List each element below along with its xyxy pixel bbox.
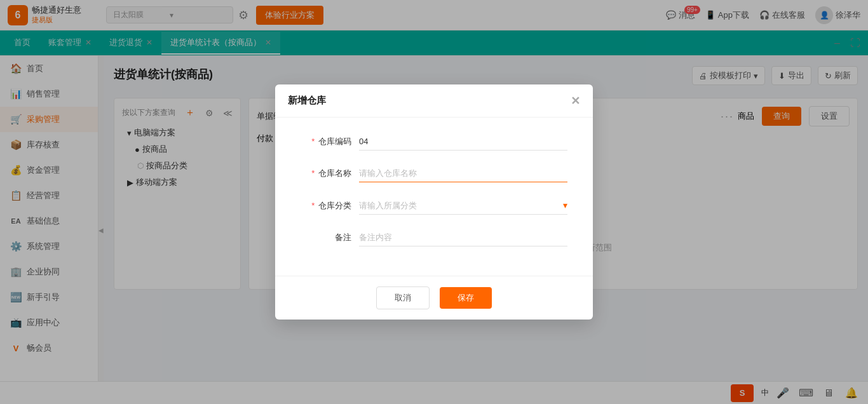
modal-overlay[interactable]: 新增仓库 ✕ * 仓库编码 * 仓库名称 — [0, 0, 868, 404]
category-label: * 仓库分类 — [301, 200, 351, 212]
category-select[interactable]: 请输入所属分类 — [359, 201, 563, 210]
modal-body: * 仓库编码 * 仓库名称 * 仓库分类 — [275, 118, 593, 276]
note-input[interactable] — [359, 229, 567, 246]
required-star-name: * — [311, 168, 315, 178]
save-button[interactable]: 保存 — [440, 287, 492, 309]
modal-footer: 取消 保存 — [275, 276, 593, 320]
code-label: * 仓库编码 — [301, 136, 351, 147]
category-chevron-icon: ▾ — [563, 200, 567, 210]
modal-close-button[interactable]: ✕ — [571, 95, 580, 107]
required-star: * — [311, 137, 315, 146]
note-label: 备注 — [301, 232, 351, 243]
form-row-note: 备注 — [301, 229, 567, 246]
name-label: * 仓库名称 — [301, 168, 351, 179]
form-row-code: * 仓库编码 — [301, 133, 567, 151]
category-select-wrap: 请输入所属分类 ▾ — [359, 196, 567, 215]
name-input[interactable] — [359, 165, 567, 182]
form-row-name: * 仓库名称 — [301, 165, 567, 182]
modal-header: 新增仓库 ✕ — [275, 84, 593, 118]
cancel-button[interactable]: 取消 — [376, 286, 430, 309]
modal-title: 新增仓库 — [288, 95, 326, 107]
code-input[interactable] — [359, 133, 567, 151]
form-row-category: * 仓库分类 请输入所属分类 ▾ — [301, 196, 567, 215]
required-star-cat: * — [311, 201, 315, 210]
modal-dialog: 新增仓库 ✕ * 仓库编码 * 仓库名称 — [275, 84, 593, 320]
